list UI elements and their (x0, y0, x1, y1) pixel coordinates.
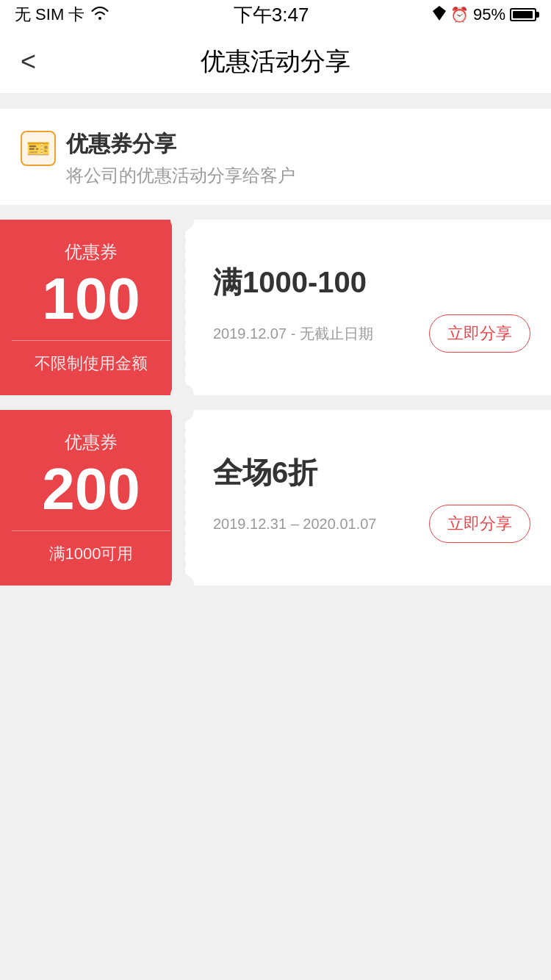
coupon-name-1: 全场6折 (213, 453, 530, 493)
coupon-right-0: 满1000-100 2019.12.07 - 无截止日期 立即分享 (182, 220, 551, 395)
section-icon: 🎫 (21, 131, 56, 166)
coupon-left-0: 优惠券 100 不限制使用金额 (0, 220, 182, 395)
coupon-condition-1: 满1000可用 (49, 543, 134, 565)
back-button[interactable]: < (21, 46, 36, 77)
coupon-date-0: 2019.12.07 - 无截止日期 (213, 324, 373, 344)
coupon-notch-top (170, 398, 194, 422)
coupon-date-1: 2019.12.31 – 2020.01.07 (213, 516, 376, 533)
nav-bar: < 优惠活动分享 (0, 29, 551, 94)
coupon-list: 优惠券 100 不限制使用金额 满1000-100 2019.12.07 - 无… (0, 220, 551, 600)
section-title: 优惠券分享 (66, 129, 295, 159)
coupon-meta-1: 2019.12.31 – 2020.01.07 立即分享 (213, 505, 530, 543)
page-title: 优惠活动分享 (201, 45, 350, 79)
battery-percent: 95% (473, 5, 505, 24)
carrier-text: 无 SIM 卡 (15, 4, 84, 26)
coupon-card: 优惠券 200 满1000可用 全场6折 2019.12.31 – 2020.0… (0, 410, 551, 586)
status-bar: 无 SIM 卡 下午3:47 ⏰ 95% (0, 0, 551, 29)
status-left: 无 SIM 卡 (15, 4, 109, 26)
coupon-label-1: 优惠券 (65, 430, 118, 454)
section-subtitle: 将公司的优惠活动分享给客户 (66, 164, 295, 187)
coupon-meta-0: 2019.12.07 - 无截止日期 立即分享 (213, 314, 530, 353)
share-button-1[interactable]: 立即分享 (429, 505, 530, 543)
alarm-icon: ⏰ (450, 6, 469, 24)
location-icon (433, 6, 446, 24)
status-right: ⏰ 95% (433, 5, 536, 24)
coupon-divider-0 (12, 340, 170, 341)
coupon-notch-top (170, 208, 194, 231)
coupon-amount-1: 200 (42, 460, 140, 519)
coupon-notch-bottom (170, 574, 194, 597)
coupon-card: 优惠券 100 不限制使用金额 满1000-100 2019.12.07 - 无… (0, 220, 551, 395)
coupon-right-1: 全场6折 2019.12.31 – 2020.01.07 立即分享 (182, 410, 551, 586)
battery-icon (510, 8, 536, 21)
coupon-condition-0: 不限制使用金额 (35, 353, 148, 375)
coupon-divider-1 (12, 530, 170, 531)
wifi-icon (90, 5, 109, 24)
section-header: 🎫 优惠券分享 将公司的优惠活动分享给客户 (0, 109, 551, 205)
coupon-amount-0: 100 (42, 270, 140, 328)
coupon-left-1: 优惠券 200 满1000可用 (0, 410, 182, 586)
status-time: 下午3:47 (234, 2, 309, 28)
empty-area (0, 600, 551, 968)
coupon-name-0: 满1000-100 (213, 262, 530, 303)
section-text: 优惠券分享 将公司的优惠活动分享给客户 (66, 129, 295, 187)
share-button-0[interactable]: 立即分享 (429, 314, 530, 353)
coupon-label-0: 优惠券 (65, 240, 118, 264)
